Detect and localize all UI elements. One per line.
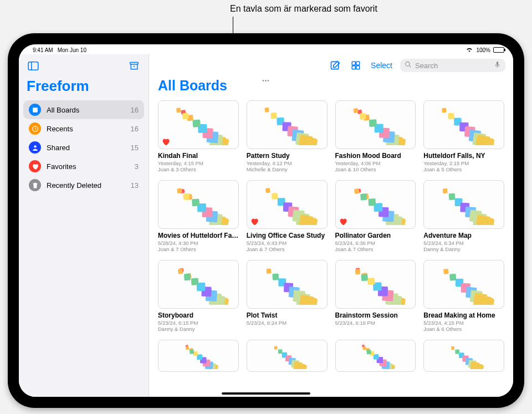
board-card[interactable]: Bread Making at Home5/23/24, 4:15 PMJoan… (423, 260, 504, 332)
board-shared: Joan & 7 Others (158, 246, 239, 252)
board-date: 5/23/24, 6:34 PM (423, 240, 504, 246)
sidebar-item-del[interactable]: Recently Deleted13 (23, 176, 144, 195)
svg-rect-193 (455, 349, 459, 354)
svg-rect-191 (367, 350, 371, 354)
board-card[interactable]: Fashion Mood BoardYesterday, 4:06 PMJoan… (335, 100, 416, 172)
board-date: Yesterday, 2:15 PM (423, 160, 504, 166)
archive-button[interactable] (126, 59, 142, 73)
sidebar-item-all[interactable]: All Boards16 (23, 100, 144, 119)
board-title: Plot Twist (247, 311, 328, 319)
board-card[interactable]: Hutteldorf Falls, NYYesterday, 2:15 PMJo… (423, 100, 504, 172)
svg-rect-166 (186, 346, 189, 350)
board-shared: Joan & 5 Others (423, 166, 504, 172)
sha-icon (29, 141, 41, 154)
svg-rect-0 (28, 62, 38, 70)
status-time: 9:41 AM (33, 47, 53, 53)
board-thumbnail (158, 260, 239, 309)
mic-icon[interactable] (494, 61, 501, 70)
svg-rect-4 (33, 108, 38, 113)
new-board-button[interactable] (328, 60, 343, 71)
board-card[interactable] (423, 340, 504, 372)
board-card[interactable] (247, 340, 328, 372)
search-input[interactable]: Search (400, 59, 505, 72)
board-thumbnail (335, 180, 416, 229)
svg-rect-8 (352, 62, 355, 65)
status-bar: 9:41 AM Mon Jun 10 100% (19, 44, 513, 54)
sidebar-item-rec[interactable]: Recents16 (23, 119, 144, 138)
fav-icon (29, 160, 41, 172)
board-card[interactable] (335, 340, 416, 372)
board-card[interactable]: Plot Twist5/23/24, 6:24 PM (247, 260, 328, 332)
board-card[interactable]: Brainstorm Session5/23/24, 6:16 PM (335, 260, 416, 332)
board-card[interactable]: Adventure Map5/23/24, 6:34 PMDanny & Dan… (423, 180, 504, 252)
board-title: Storyboard (158, 311, 239, 319)
board-shared: Joan & 3 Others (158, 166, 239, 172)
sidebar-list: All Boards16Recents16Shared15Favorites3R… (23, 100, 144, 195)
board-date: 5/23/24, 6:16 PM (335, 320, 416, 326)
board-shared: Joan & 10 Others (335, 166, 416, 172)
board-card[interactable]: Storyboard5/23/24, 6:15 PMDanny & Danny (158, 260, 239, 332)
svg-rect-190 (363, 346, 367, 350)
sidebar-item-sha[interactable]: Shared15 (23, 138, 144, 157)
board-shared: Joan & 6 Others (423, 326, 504, 332)
svg-rect-71 (183, 193, 190, 200)
board-date: Yesterday, 4:15 PM (158, 160, 239, 166)
svg-rect-121 (272, 273, 279, 280)
home-indicator[interactable] (222, 392, 310, 395)
board-date: 5/28/24, 4:30 PM (158, 240, 239, 246)
board-thumbnail (158, 340, 239, 372)
sidebar-item-count: 16 (131, 125, 139, 133)
svg-rect-107 (478, 216, 493, 225)
board-thumbnail (423, 180, 504, 229)
board-card[interactable]: Living Office Case Study5/23/24, 6:43 PM… (247, 180, 328, 252)
ipad-frame: ••• 9:41 AM Mon Jun 10 100% (8, 33, 524, 408)
board-title: Kindah Final (158, 152, 239, 160)
svg-rect-35 (301, 137, 316, 145)
board-date: Yesterday, 4:12 PM (247, 160, 328, 166)
svg-rect-23 (182, 113, 188, 119)
svg-rect-155 (478, 296, 493, 305)
svg-rect-139 (367, 278, 375, 285)
board-thumbnail (247, 260, 328, 309)
sidebar-item-fav[interactable]: Favorites3 (23, 157, 144, 176)
board-card[interactable]: Pollinator Garden5/23/24, 6:36 PMJoan & … (335, 180, 416, 252)
toolbar: Select Search (149, 54, 513, 73)
svg-rect-192 (451, 346, 454, 350)
sidebar-item-count: 16 (131, 106, 139, 114)
del-icon (29, 179, 41, 191)
svg-rect-46 (354, 108, 359, 113)
rec-icon (29, 122, 41, 135)
svg-rect-145 (449, 274, 456, 281)
sidebar-item-count: 13 (131, 181, 139, 190)
board-title: Movies of Hutteldorf Fa… (158, 232, 239, 239)
board-title: Pollinator Garden (335, 232, 416, 239)
sidebar: Freeform All Boards16Recents16Shared15Fa… (19, 54, 149, 397)
view-mode-button[interactable] (349, 60, 363, 70)
board-title: Living Office Case Study (247, 232, 328, 239)
board-card[interactable]: Pattern StudyYesterday, 4:12 PMMichelle … (247, 100, 328, 172)
board-shared: Danny & Danny (423, 246, 504, 252)
board-thumbnail (423, 340, 504, 372)
svg-rect-97 (449, 193, 456, 200)
board-card[interactable] (158, 340, 239, 372)
board-card[interactable]: Movies of Hutteldorf Fa…5/28/24, 4:30 PM… (158, 180, 239, 252)
svg-rect-67 (192, 199, 200, 207)
svg-rect-59 (478, 137, 494, 145)
board-date: 5/23/24, 6:24 PM (247, 320, 328, 326)
svg-rect-25 (270, 113, 277, 119)
board-date: Yesterday, 4:06 PM (335, 160, 416, 166)
svg-rect-24 (264, 108, 269, 113)
svg-rect-70 (177, 188, 182, 193)
board-shared: Joan & 7 Others (335, 246, 416, 252)
toggle-sidebar-button[interactable] (25, 59, 41, 73)
board-title: Fashion Mood Board (335, 152, 416, 160)
svg-rect-72 (265, 188, 270, 193)
svg-rect-91 (369, 198, 376, 206)
board-shared: Michelle & Danny (247, 166, 328, 172)
select-button[interactable]: Select (369, 61, 395, 70)
svg-rect-73 (271, 193, 278, 200)
board-card[interactable]: Kindah FinalYesterday, 4:15 PMJoan & 3 O… (158, 100, 239, 172)
svg-rect-144 (443, 269, 449, 274)
sidebar-item-label: Recently Deleted (47, 181, 101, 190)
svg-rect-131 (301, 296, 316, 305)
